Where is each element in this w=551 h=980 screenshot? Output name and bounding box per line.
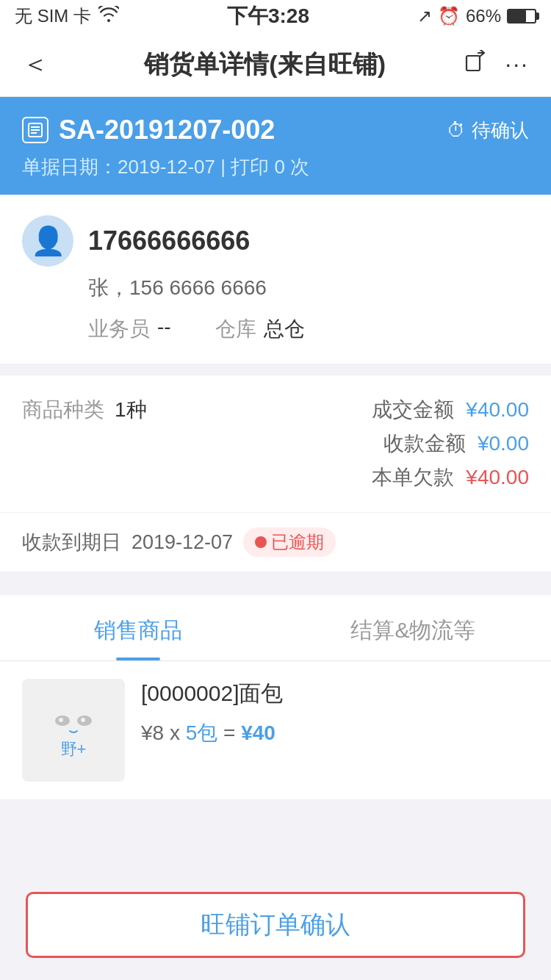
order-header: SA-20191207-002 ⏱ 待确认 单据日期：2019-12-07 | … — [0, 97, 551, 195]
goods-type-value: 1种 — [115, 396, 147, 424]
overdue-text: 已逾期 — [271, 530, 324, 554]
salesrep-label: 业务员 — [88, 315, 150, 343]
salesrep-value: -- — [157, 315, 171, 343]
product-logo: 野+ — [44, 700, 103, 760]
overdue-dot-icon — [255, 536, 267, 548]
confirm-button-wrap: 旺铺订单确认 — [26, 892, 525, 958]
order-date: 单据日期：2019-12-07 | 打印 0 次 — [22, 154, 529, 180]
amount-value: ¥40.00 — [466, 398, 529, 422]
person-icon: 👤 — [31, 225, 65, 257]
balance-value: ¥40.00 — [466, 466, 529, 489]
nav-bar: ＜ 销货单详情(来自旺铺) ··· — [0, 32, 551, 97]
summary-section: 商品种类 1种 成交金额 ¥40.00 收款金额 ¥0.00 本单欠款 ¥40.… — [0, 375, 551, 512]
divider-1 — [0, 364, 551, 375]
wifi-icon — [98, 6, 119, 26]
status-bar-right: ↗ ⏰ 66% — [417, 6, 536, 26]
svg-point-7 — [59, 718, 63, 722]
clock-icon: ⏱ — [447, 119, 466, 142]
status-bar-left: 无 SIM 卡 — [15, 4, 119, 28]
product-thumbnail: 野+ — [22, 679, 125, 782]
warehouse-value: 总仓 — [264, 315, 305, 343]
customer-section: 👤 17666666666 张，156 6666 6666 业务员 -- 仓库 … — [0, 195, 551, 364]
product-qty: 5包 — [186, 721, 218, 744]
product-price-row: ¥8 x 5包 = ¥40 — [141, 719, 529, 747]
amount-row-3: 本单欠款 ¥40.00 — [372, 464, 529, 491]
summary-row: 商品种类 1种 成交金额 ¥40.00 收款金额 ¥0.00 本单欠款 ¥40.… — [22, 396, 529, 491]
nav-actions: ··· — [464, 50, 529, 79]
customer-row: 👤 17666666666 — [22, 215, 529, 267]
page-title: 销货单详情(来自旺铺) — [144, 48, 386, 82]
goods-type-area: 商品种类 1种 — [22, 396, 147, 424]
divider-2 — [0, 572, 551, 583]
battery-icon — [507, 9, 536, 24]
warehouse-label: 仓库 — [215, 315, 256, 343]
amounts-area: 成交金额 ¥40.00 收款金额 ¥0.00 本单欠款 ¥40.00 — [372, 396, 529, 491]
customer-name-phone: 张，156 6666 6666 — [88, 274, 529, 302]
product-section: 野+ [0000002]面包 ¥8 x 5包 = ¥40 — [0, 661, 551, 799]
receipt-label: 收款金额 — [383, 430, 466, 458]
warehouse-item: 仓库 总仓 — [215, 315, 305, 343]
svg-point-8 — [81, 718, 85, 722]
status-bar: 无 SIM 卡 下午3:28 ↗ ⏰ 66% — [0, 0, 551, 32]
balance-label: 本单欠款 — [372, 464, 454, 491]
share-icon[interactable] — [464, 50, 487, 79]
confirm-order-button[interactable]: 旺铺订单确认 — [26, 892, 525, 958]
order-id: SA-20191207-002 — [22, 115, 275, 145]
svg-rect-0 — [467, 56, 480, 71]
product-price: ¥8 x — [141, 721, 186, 744]
amount-label: 成交金额 — [372, 396, 454, 424]
product-item: 野+ [0000002]面包 ¥8 x 5包 = ¥40 — [22, 679, 529, 782]
tabs-row: 销售商品 结算&物流等 — [0, 595, 551, 661]
carrier-text: 无 SIM 卡 — [15, 4, 91, 28]
tab-sales-goods[interactable]: 销售商品 — [0, 595, 276, 660]
amount-row-2: 收款金额 ¥0.00 — [383, 430, 529, 458]
product-total: ¥40 — [241, 721, 276, 744]
back-button[interactable]: ＜ — [22, 46, 66, 82]
order-status: ⏱ 待确认 — [447, 118, 529, 143]
battery-percent: 66% — [466, 6, 501, 26]
customer-meta: 业务员 -- 仓库 总仓 — [88, 315, 529, 343]
order-icon — [22, 117, 48, 143]
location-icon: ↗ — [417, 6, 432, 26]
goods-type-label: 商品种类 — [22, 396, 104, 424]
tabs-section: 销售商品 结算&物流等 野+ [0000 — [0, 595, 551, 799]
salesrep-item: 业务员 -- — [88, 315, 171, 343]
overdue-badge: 已逾期 — [243, 527, 336, 557]
due-date-value: 2019-12-07 — [132, 531, 233, 554]
amount-row-1: 成交金额 ¥40.00 — [372, 396, 529, 424]
status-bar-time: 下午3:28 — [227, 2, 309, 30]
alarm-icon: ⏰ — [438, 6, 460, 26]
avatar: 👤 — [22, 215, 73, 267]
receipt-value: ¥0.00 — [478, 432, 529, 455]
product-info: [0000002]面包 ¥8 x 5包 = ¥40 — [141, 679, 529, 747]
due-date-section: 收款到期日 2019-12-07 已逾期 — [0, 512, 551, 572]
product-name: [0000002]面包 — [141, 679, 529, 709]
more-icon[interactable]: ··· — [505, 51, 529, 78]
order-id-row: SA-20191207-002 ⏱ 待确认 — [22, 115, 529, 145]
tab-settlement-logistics[interactable]: 结算&物流等 — [276, 595, 551, 660]
product-equals: = — [217, 721, 241, 744]
customer-phone: 17666666666 — [88, 226, 250, 256]
due-date-label: 收款到期日 — [22, 529, 121, 555]
